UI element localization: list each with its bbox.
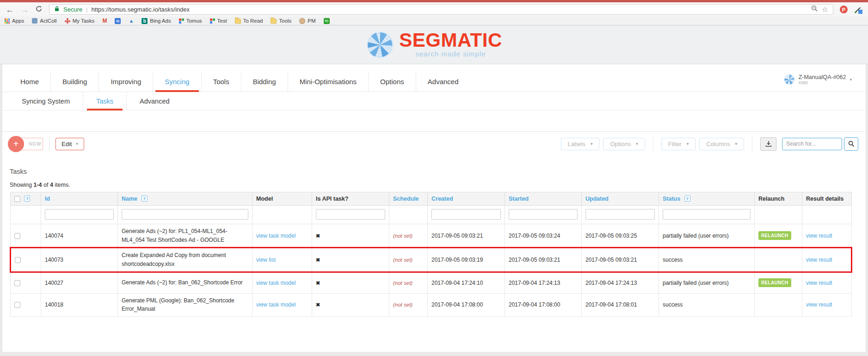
zoom-icon[interactable] [811,5,818,14]
x-mark-icon: ✖ [316,257,320,263]
user-account-selector[interactable]: Z-ManualQA-#062 #280 ▾ [784,74,852,85]
browser-toolbar: ← → Secure | https://tomus.segmatic.io/t… [0,2,868,17]
tab-improving[interactable]: Improving [98,72,153,92]
forward-icon[interactable]: → [20,6,29,14]
user-id: #280 [799,80,846,85]
bookmark-calendar[interactable]: 31 [115,18,121,24]
columns-dropdown-button[interactable]: Columns ▾ [699,138,744,150]
filter-input-updated[interactable] [585,209,655,220]
tab-building[interactable]: Building [50,72,98,92]
filter-input-is-api[interactable] [316,209,385,220]
header-schedule[interactable]: Schedule [389,192,428,206]
bookmark-bing-ads[interactable]: b Bing Ads [142,18,171,24]
extension-p-icon[interactable]: P [840,6,848,13]
cell-created: 2017-09-05 09:03:19 [428,248,505,272]
help-icon[interactable]: ? [24,196,30,202]
bookmark-tools[interactable]: Tools [271,18,291,24]
row-checkbox[interactable] [14,280,20,286]
row-checkbox[interactable] [14,233,20,239]
tab-bidding[interactable]: Bidding [241,72,288,92]
cell-id: 140073 [41,248,118,272]
url-bar[interactable]: Secure | https://tomus.segmatic.io/tasks… [49,4,833,15]
cell-name: Generate PML (Google): Ban_062_Shortcode… [118,293,252,316]
row-checkbox[interactable] [15,257,21,263]
refresh-icon[interactable] [35,5,43,14]
header-updated[interactable]: Updated [582,192,659,206]
help-icon[interactable]: ? [684,196,690,202]
header-name[interactable]: Name ? [118,192,252,206]
bookmark-actcoll[interactable]: ActColl [32,18,56,24]
bookmark-tomus[interactable]: Tomus [179,18,202,24]
bookmark-analytics[interactable]: ▲ [129,18,134,24]
edit-dropdown-button[interactable]: Edit ▾ [55,138,84,150]
search-group [782,137,858,151]
cell-updated: 2017-09-04 17:24:13 [582,272,659,293]
view-result-link[interactable]: view result [806,301,832,308]
search-button[interactable] [844,137,858,151]
cell-status: success [659,293,755,316]
subtab-tasks[interactable]: Tasks [83,92,126,110]
bookmark-my-tasks[interactable]: My Tasks [65,18,95,24]
tab-options[interactable]: Options [368,72,416,92]
chevron-down-icon: ▾ [591,141,593,146]
tab-syncing[interactable]: Syncing [153,72,201,92]
view-result-link[interactable]: view result [806,280,832,286]
bookmark-to-read[interactable]: To Read [235,18,263,24]
lock-icon [54,6,60,14]
cell-created: 2017-09-05 09:03:21 [428,224,505,248]
header-started[interactable]: Started [505,192,582,206]
help-icon[interactable]: ? [142,196,148,202]
bookmark-tc[interactable]: TC [324,18,330,24]
cell-started: 2017-09-04 17:24:13 [505,272,582,293]
header-status[interactable]: Status ? [659,192,755,206]
back-icon[interactable]: ← [6,6,14,14]
table-row: 140074 Generate Ads (~2) for: PL1_054-ML… [11,224,852,248]
options-dropdown-button[interactable]: Options ▾ [603,138,645,150]
labels-dropdown-button[interactable]: Labels ▾ [561,138,600,150]
cell-schedule: (not set) [393,233,412,239]
tab-mini-optimisations[interactable]: Mini-Optimisations [288,72,368,92]
subtab-advanced[interactable]: Advanced [126,92,183,110]
table-row: 140027 Generate Ads (~2) for: Ban_062_Sh… [11,272,852,293]
row-checkbox[interactable] [14,302,20,308]
filter-input-started[interactable] [509,209,578,220]
bookmark-apps[interactable]: Apps [5,18,24,24]
url-separator: | [86,6,87,13]
segmatic-logo[interactable]: SEGMATIC search made simple [366,31,502,59]
header-select-all: ? [11,192,41,206]
table-row: 140018 Generate PML (Google): Ban_062_Sh… [11,293,852,316]
filter-input-id[interactable] [45,209,114,220]
bookmark-test[interactable]: Test [210,18,227,24]
cell-updated: 2017-09-04 17:08:01 [582,293,659,316]
view-result-link[interactable]: view result [806,257,832,263]
filter-input-created[interactable] [431,209,501,220]
tab-home[interactable]: Home [9,72,50,92]
header-created[interactable]: Created [428,192,505,206]
bookmark-pm[interactable]: PM [299,18,315,24]
view-task-model-link[interactable]: view task model [256,280,295,286]
user-avatar-icon [784,74,795,85]
view-list-link[interactable]: view list [256,257,276,263]
select-all-checkbox[interactable] [14,196,20,202]
view-task-model-link[interactable]: view task model [256,233,295,239]
subtab-syncing-system[interactable]: Syncing System [9,92,83,110]
relaunch-button[interactable]: RELAUNCH [758,231,791,240]
view-task-model-link[interactable]: view task model [256,301,295,308]
search-input[interactable] [782,138,842,150]
relaunch-button[interactable]: RELAUNCH [758,278,791,287]
download-button[interactable] [760,137,776,151]
folder-icon [271,19,277,24]
tab-tools[interactable]: Tools [201,72,241,92]
eyedropper-extension-icon[interactable] [854,6,862,14]
tab-advanced[interactable]: Advanced [416,72,470,92]
actcoll-icon [32,18,37,24]
url-text[interactable]: https://tomus.segmatic.io/tasks/index [92,6,190,13]
new-button[interactable]: + NEW [10,138,43,150]
header-id[interactable]: Id [41,192,118,206]
bookmark-gmail[interactable]: M [102,18,107,24]
filter-dropdown-button[interactable]: Filter ▾ [661,138,696,150]
bookmark-star-icon[interactable]: ☆ [822,6,828,13]
filter-input-status[interactable] [663,209,751,220]
view-result-link[interactable]: view result [806,233,832,239]
filter-input-name[interactable] [122,209,248,220]
